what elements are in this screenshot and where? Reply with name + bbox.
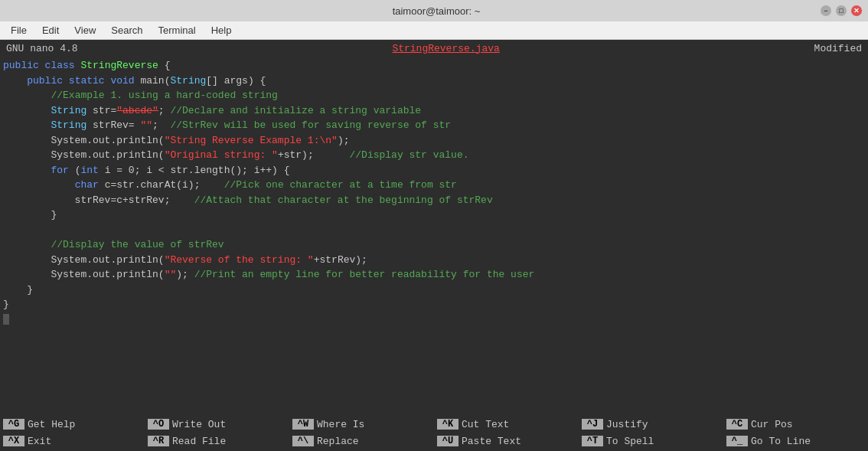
shortcut-key-W: ^W [292,419,314,430]
menu-view[interactable]: View [67,23,103,38]
shortcut-col-1: ^G Get Help ^X Exit [0,414,145,451]
shortcut-key-underscore: ^_ [726,436,748,446]
shortcut-key-backslash: ^\ [292,436,314,446]
menu-search[interactable]: Search [103,23,150,38]
shortcut-label-replace: Replace [317,436,359,447]
shortcut-label-cut-text: Cut Text [462,419,509,430]
shortcut-key-R: ^R [148,436,169,446]
shortcut-label-get-help: Get Help [28,419,75,430]
shortcut-col-5: ^J Justify ^T To Spell [579,414,723,451]
shortcut-read-file[interactable]: ^R Read File [145,433,289,449]
shortcut-key-X: ^X [3,436,24,446]
shortcut-label-write-out: Write Out [172,419,226,430]
maximize-button[interactable]: □ [836,5,847,16]
minimize-button[interactable]: − [821,5,831,16]
nano-header: GNU nano 4.8 StringReverse.java Modified [0,40,868,57]
shortcut-label-cur-pos: Cur Pos [751,419,793,430]
shortcut-key-O: ^O [148,419,169,430]
shortcut-key-J: ^J [582,419,603,430]
shortcut-write-out[interactable]: ^O Write Out [145,416,289,433]
shortcut-go-to-line[interactable]: ^_ Go To Line [723,433,868,449]
shortcut-key-G: ^G [3,419,24,430]
window-controls[interactable]: − □ ✕ [821,5,862,16]
shortcut-exit[interactable]: ^X Exit [0,433,145,449]
window-title: taimoor@taimoor: ~ [52,5,821,17]
shortcut-replace[interactable]: ^\ Replace [289,433,434,449]
shortcut-key-T: ^T [582,436,603,446]
close-button[interactable]: ✕ [851,5,862,16]
shortcut-col-6: ^C Cur Pos ^_ Go To Line [723,414,868,451]
shortcut-paste-text[interactable]: ^U Paste Text [434,433,579,449]
shortcut-label-exit: Exit [28,436,51,447]
shortcut-label-where-is: Where Is [317,419,364,430]
shortcut-col-4: ^K Cut Text ^U Paste Text [434,414,579,451]
shortcut-where-is[interactable]: ^W Where Is [289,416,434,433]
nano-modified: Modified [814,43,862,54]
shortcut-label-paste-text: Paste Text [462,436,521,447]
shortcut-col-3: ^W Where Is ^\ Replace [289,414,434,451]
shortcut-to-spell[interactable]: ^T To Spell [579,433,723,449]
shortcut-label-go-to-line: Go To Line [751,436,811,447]
menu-file[interactable]: File [3,23,34,38]
shortcut-col-2: ^O Write Out ^R Read File [145,414,289,451]
shortcut-justify[interactable]: ^J Justify [579,416,723,433]
shortcut-label-justify: Justify [606,419,648,430]
shortcut-cur-pos[interactable]: ^C Cur Pos [723,416,868,433]
nano-version: GNU nano 4.8 [6,43,78,54]
shortcut-key-U: ^U [437,436,458,446]
shortcut-label-read-file: Read File [172,436,226,447]
title-bar: taimoor@taimoor: ~ − □ ✕ [0,0,868,21]
nano-filename: StringReverse.java [78,43,814,54]
shortcut-label-to-spell: To Spell [606,436,654,447]
editor-area[interactable]: public class StringReverse { public stat… [0,57,868,414]
menu-terminal[interactable]: Terminal [151,23,204,38]
shortcuts-bar: ^G Get Help ^X Exit ^O Write Out ^R Read… [0,414,868,451]
shortcut-cut-text[interactable]: ^K Cut Text [434,416,579,433]
shortcut-key-K: ^K [437,419,458,430]
shortcut-get-help[interactable]: ^G Get Help [0,416,145,433]
menu-bar: File Edit View Search Terminal Help [0,21,868,40]
menu-edit[interactable]: Edit [34,23,67,38]
menu-help[interactable]: Help [204,23,240,38]
shortcut-key-C: ^C [726,419,748,430]
